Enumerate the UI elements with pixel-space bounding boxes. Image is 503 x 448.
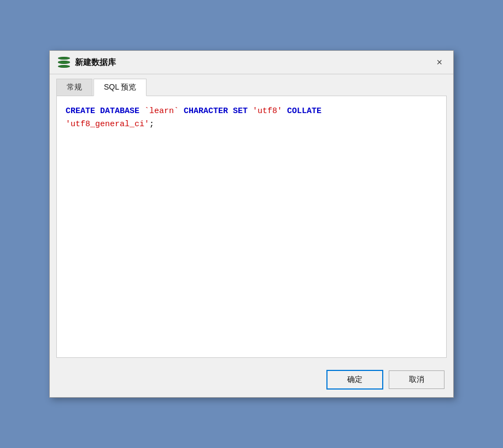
keyword-collate: COLLATE — [282, 107, 321, 116]
create-database-dialog: 新建数据库 × 常规 SQL 预览 CREATE DATABASE `learn… — [49, 50, 454, 398]
database-icon — [57, 57, 71, 68]
sql-semicolon: ; — [149, 120, 154, 129]
keyword-character-set: CHARACTER SET — [179, 107, 253, 116]
sql-code-block: CREATE DATABASE `learn` CHARACTER SET 'u… — [66, 105, 437, 131]
dialog-title: 新建数据库 — [75, 57, 433, 68]
db-name: `learn` — [144, 107, 179, 116]
dialog-footer: 确定 取消 — [50, 364, 453, 397]
sql-preview-content: CREATE DATABASE `learn` CHARACTER SET 'u… — [56, 96, 447, 358]
cancel-button[interactable]: 取消 — [389, 370, 444, 389]
tab-sql-preview[interactable]: SQL 预览 — [93, 79, 147, 96]
tab-bar: 常规 SQL 预览 — [50, 74, 453, 96]
confirm-button[interactable]: 确定 — [326, 370, 383, 390]
keyword-create-database: CREATE DATABASE — [66, 107, 144, 116]
charset-value: 'utf8' — [253, 107, 282, 116]
close-button[interactable]: × — [433, 56, 446, 68]
collate-value: 'utf8_general_ci' — [66, 120, 149, 129]
tab-general[interactable]: 常规 — [56, 79, 92, 96]
title-bar: 新建数据库 × — [50, 51, 453, 74]
